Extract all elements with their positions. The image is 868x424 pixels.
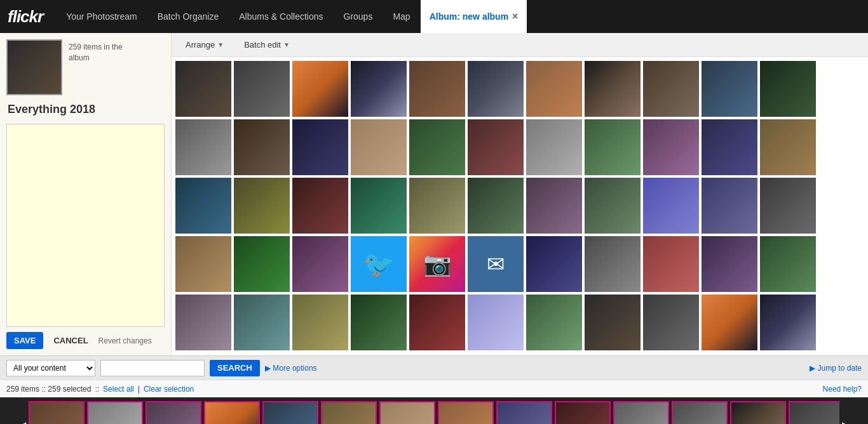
photo-cell[interactable] [292, 178, 348, 234]
filmstrip-item[interactable] [262, 401, 318, 424]
photo-cell[interactable] [351, 295, 407, 350]
photo-cell[interactable] [702, 236, 757, 292]
photo-cell[interactable] [585, 236, 641, 292]
revert-changes-link[interactable]: Revert changes [98, 336, 152, 345]
photo-cell[interactable] [585, 295, 641, 350]
album-thumb-row: 259 items in the album [6, 39, 165, 95]
photo-cell[interactable] [585, 119, 641, 175]
need-help-link[interactable]: Need help? [823, 385, 862, 394]
filmstrip-item[interactable] [613, 401, 669, 424]
photo-cell[interactable] [760, 178, 816, 234]
photo-cell[interactable] [526, 61, 582, 117]
cancel-button[interactable]: CANCEL [48, 332, 93, 349]
photo-cell[interactable] [702, 61, 757, 117]
photo-cell[interactable] [409, 295, 465, 350]
photo-cell[interactable] [643, 61, 699, 117]
photo-cell[interactable] [175, 295, 231, 350]
filmstrip-item[interactable] [87, 401, 143, 424]
filmstrip-item[interactable] [555, 401, 611, 424]
photo-cell[interactable] [409, 178, 465, 234]
photo-cell[interactable] [409, 119, 465, 175]
photo-cell[interactable] [175, 236, 231, 292]
photo-cell[interactable] [468, 61, 524, 117]
batch-edit-button[interactable]: Batch edit ▼ [239, 37, 295, 52]
photo-cell[interactable] [409, 61, 465, 117]
photo-cell[interactable] [643, 178, 699, 234]
filmstrip-item[interactable] [204, 401, 260, 424]
active-album-tab[interactable]: Album: new album × [421, 0, 527, 33]
photo-cell[interactable] [351, 61, 407, 117]
photo-cell[interactable] [234, 236, 290, 292]
photo-cell[interactable] [760, 61, 816, 117]
filmstrip-item[interactable] [789, 401, 839, 424]
filmstrip-last-icon[interactable]: ⏭ [854, 420, 865, 424]
search-input[interactable] [100, 360, 205, 376]
nav-albums-collections[interactable]: Albums & Collections [229, 0, 333, 33]
save-button[interactable]: SAVE [6, 332, 43, 349]
photo-cell[interactable] [643, 236, 699, 292]
photo-cell[interactable] [702, 295, 757, 350]
filmstrip-first-icon[interactable]: ⏮ [3, 420, 14, 424]
clear-selection-link[interactable]: Clear selection [144, 385, 194, 394]
select-all-link[interactable]: Select all [103, 385, 134, 394]
arrange-button[interactable]: Arrange ▼ [180, 37, 229, 52]
filmstrip-item[interactable] [321, 401, 377, 424]
photo-cell[interactable] [175, 119, 231, 175]
filmstrip-item[interactable] [29, 401, 85, 424]
photo-cell[interactable] [175, 178, 231, 234]
photo-cell[interactable] [702, 178, 757, 234]
filmstrip-item[interactable] [379, 401, 435, 424]
photo-cell[interactable] [292, 119, 348, 175]
photo-cell[interactable] [234, 61, 290, 117]
album-title-input[interactable] [6, 100, 165, 119]
photo-cell[interactable] [760, 295, 816, 350]
nav-photostream[interactable]: Your Photostream [56, 0, 147, 33]
more-options-link[interactable]: ▶ More options [265, 364, 317, 373]
close-tab-icon[interactable]: × [512, 11, 518, 22]
filmstrip-item[interactable] [496, 401, 552, 424]
photo-cell[interactable] [760, 236, 816, 292]
photo-cell[interactable]: 📷 [409, 236, 465, 292]
photo-cell[interactable] [526, 119, 582, 175]
filmstrip-item[interactable] [146, 401, 201, 424]
photo-cell[interactable] [526, 295, 582, 350]
thumb-image [8, 39, 61, 95]
items-count-text: 259 items in the [69, 43, 123, 51]
photo-cell[interactable] [292, 295, 348, 350]
photo-cell[interactable] [468, 295, 524, 350]
filmstrip-item[interactable] [730, 401, 786, 424]
photo-cell[interactable] [351, 178, 407, 234]
photo-cell[interactable] [585, 178, 641, 234]
photo-cell[interactable] [526, 236, 582, 292]
photo-cell[interactable] [175, 61, 231, 117]
photo-cell[interactable] [526, 178, 582, 234]
photo-cell[interactable] [292, 61, 348, 117]
arrange-chevron-icon: ▼ [217, 41, 224, 48]
nav-batch-organize[interactable]: Batch Organize [147, 0, 229, 33]
photo-cell[interactable]: 🐦 [351, 236, 407, 292]
photo-cell[interactable] [468, 178, 524, 234]
photo-cell[interactable] [702, 119, 757, 175]
photo-cell[interactable]: ✉ [468, 236, 524, 292]
search-bar: All your content SEARCH ▶ More options ▶… [0, 355, 868, 380]
photo-cell[interactable] [585, 61, 641, 117]
photo-cell[interactable] [234, 178, 290, 234]
filmstrip-item[interactable] [672, 401, 728, 424]
photo-cell[interactable] [234, 295, 290, 350]
nav-groups[interactable]: Groups [334, 0, 383, 33]
photo-cell[interactable] [643, 295, 699, 350]
filmstrip-item[interactable] [438, 401, 494, 424]
search-button[interactable]: SEARCH [210, 360, 260, 376]
photo-cell[interactable] [760, 119, 816, 175]
nav-map[interactable]: Map [383, 0, 420, 33]
photo-cell[interactable] [351, 119, 407, 175]
filmstrip-prev-icon[interactable]: ◀ [14, 416, 29, 424]
photo-cell[interactable] [234, 119, 290, 175]
filmstrip-next-icon[interactable]: ▶ [839, 416, 854, 424]
photo-cell[interactable] [292, 236, 348, 292]
album-description-textarea[interactable] [6, 124, 165, 327]
jump-to-date-link[interactable]: ▶ Jump to date [810, 364, 862, 373]
content-filter-select[interactable]: All your content [6, 360, 95, 376]
photo-cell[interactable] [643, 119, 699, 175]
photo-cell[interactable] [468, 119, 524, 175]
